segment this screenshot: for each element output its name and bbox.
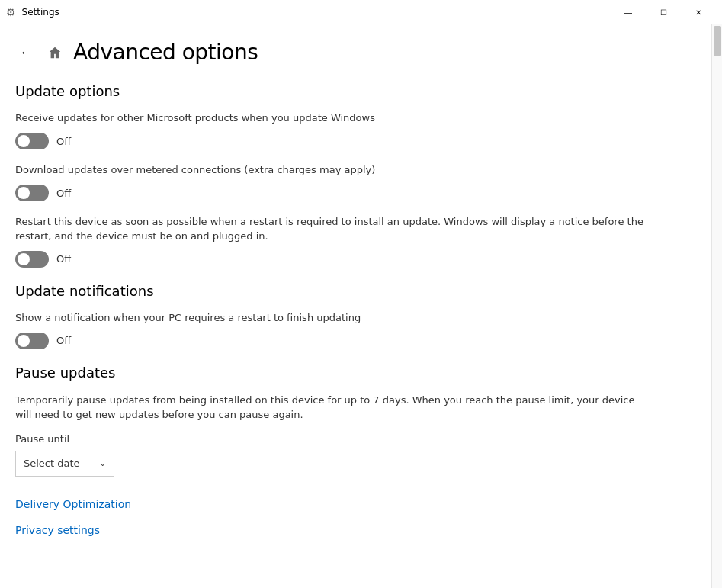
setting-item-restart: Restart this device as soon as possible … — [15, 215, 681, 267]
maximize-button[interactable]: ☐ — [646, 0, 681, 24]
privacy-settings-link[interactable]: Privacy settings — [15, 524, 681, 536]
restart-toggle[interactable] — [15, 251, 49, 268]
pause-updates-section: Pause updates Temporarily pause updates … — [15, 365, 681, 477]
setting-item-metered: Download updates over metered connection… — [15, 163, 681, 201]
pause-updates-title: Pause updates — [15, 365, 681, 381]
update-notifications-title: Update notifications — [15, 283, 681, 299]
links-section: Delivery Optimization Privacy settings — [15, 498, 681, 536]
titlebar-title: Settings — [22, 7, 611, 18]
select-date-value: Select date — [24, 458, 94, 469]
close-button[interactable]: ✕ — [681, 0, 716, 24]
restart-toggle-label: Off — [56, 253, 71, 265]
metered-toggle[interactable] — [15, 185, 49, 201]
home-icon — [46, 43, 64, 62]
minimize-button[interactable]: — — [611, 0, 646, 24]
update-options-title: Update options — [15, 83, 681, 99]
page-title: Advanced options — [73, 40, 258, 65]
ms-products-toggle[interactable] — [15, 133, 49, 149]
delivery-optimization-link[interactable]: Delivery Optimization — [15, 498, 681, 510]
ms-products-description: Receive updates for other Microsoft prod… — [15, 111, 681, 125]
update-notifications-section: Update notifications Show a notification… — [15, 283, 681, 349]
pause-until-label: Pause until — [15, 433, 681, 445]
scrollbar-track — [711, 24, 722, 588]
toggle-row-2: Off — [15, 185, 681, 201]
page-header: ← Advanced options — [15, 40, 681, 65]
setting-item-notification: Show a notification when your PC require… — [15, 311, 681, 349]
scrollbar-thumb[interactable] — [714, 26, 721, 56]
content-area: ← Advanced options Update options Receiv… — [0, 24, 711, 588]
pause-description: Temporarily pause updates from being ins… — [15, 393, 640, 423]
update-options-section: Update options Receive updates for other… — [15, 83, 681, 268]
settings-icon: ⚙ — [6, 6, 16, 18]
setting-item-ms-products: Receive updates for other Microsoft prod… — [15, 111, 681, 149]
notification-toggle-label: Off — [56, 335, 71, 346]
titlebar-controls: — ☐ ✕ — [611, 0, 716, 24]
toggle-row-4: Off — [15, 333, 681, 349]
select-date-dropdown[interactable]: Select date ⌄ — [15, 451, 114, 477]
main-wrapper: ← Advanced options Update options Receiv… — [0, 24, 722, 588]
notification-toggle[interactable] — [15, 333, 49, 349]
toggle-row-3: Off — [15, 251, 681, 268]
restart-description: Restart this device as soon as possible … — [15, 215, 681, 243]
titlebar: ⚙ Settings — ☐ ✕ — [0, 0, 722, 24]
back-button[interactable]: ← — [15, 42, 37, 63]
toggle-row-1: Off — [15, 133, 681, 149]
notification-description: Show a notification when your PC require… — [15, 311, 681, 325]
chevron-down-icon: ⌄ — [100, 459, 106, 468]
ms-products-toggle-label: Off — [56, 136, 71, 147]
metered-toggle-label: Off — [56, 188, 71, 199]
metered-description: Download updates over metered connection… — [15, 163, 681, 177]
